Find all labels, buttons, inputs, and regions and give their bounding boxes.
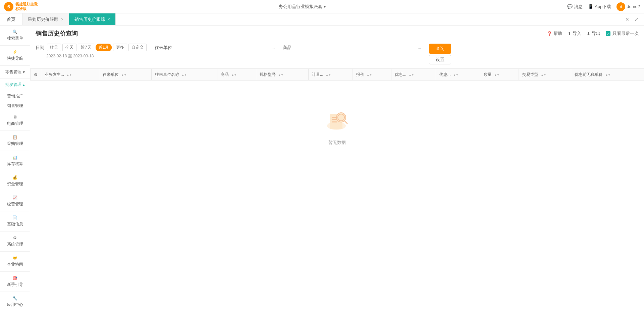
app-center-icon: 🔧 xyxy=(12,296,17,301)
sidebar-item-finance-mgmt[interactable]: 💰 资金管理 xyxy=(0,171,30,191)
filter-area: 日期 昨天 今天 近7天 近1月 更多 自定义 2023-02-18 至 202… xyxy=(30,40,644,69)
empty-text: 暂无数据 xyxy=(328,140,346,146)
sidebar-item-ecommerce-mgmt[interactable]: 🖥 电商管理 xyxy=(0,111,30,131)
sidebar-item-basic-info[interactable]: 📄 基础信息 xyxy=(0,211,30,231)
sidebar: 🔍 搜索菜单 ⚡ 快捷导航 零售管理 ▾ 批发管理 ▴ 营销推广 销售管理 🖥 … xyxy=(0,25,30,310)
export-icon: ⬇ xyxy=(587,31,590,36)
date-btn-today[interactable]: 今天 xyxy=(62,44,76,51)
th-quantity[interactable]: 数量 ▲▼ xyxy=(480,69,519,81)
sidebar-item-purchase-mgmt[interactable]: 📋 采购管理 xyxy=(0,131,30,151)
date-btn-1month[interactable]: 近1月 xyxy=(96,44,112,51)
content-area: 销售历史价查询 ❓ 帮助 ⬆ 导入 ⬇ 导出 ✓ 只看最后一次 xyxy=(30,25,644,310)
date-buttons: 昨天 今天 近7天 近1月 更多 自定义 xyxy=(47,44,147,51)
sidebar-item-operations-mgmt[interactable]: 📈 经营管理 xyxy=(0,191,30,211)
tab-maximize-btn[interactable]: ⤢ xyxy=(633,16,640,23)
svg-line-7 xyxy=(344,121,347,123)
topbar-right: 💬 消息 📱 App下载 d demo2 xyxy=(567,2,640,11)
th-discount1[interactable]: 优惠... ▲▼ xyxy=(391,69,436,81)
tab-purchase-history-close[interactable]: × xyxy=(61,17,63,22)
tab-actions: ✕ ⤢ xyxy=(620,13,644,25)
th-trade-type[interactable]: 交易类型 ▲▼ xyxy=(519,69,571,81)
th-unit[interactable]: 计量... ▲▼ xyxy=(308,69,353,81)
app-selector[interactable]: 办公用品行业模拟账套 ▾ xyxy=(279,4,326,10)
topbar-left: 6 畅捷通好生意 标准版 xyxy=(4,2,38,11)
product-input[interactable] xyxy=(294,44,415,51)
ecommerce-icon: 🖥 xyxy=(13,115,17,119)
date-btn-more[interactable]: 更多 xyxy=(113,44,127,51)
page-title: 销售历史价查询 xyxy=(36,30,78,38)
empty-state: 暂无数据 xyxy=(30,81,644,172)
logo-text: 畅捷通好生意 标准版 xyxy=(15,2,38,11)
message-btn[interactable]: 💬 消息 xyxy=(567,4,583,10)
th-product[interactable]: 商品 ▲▼ xyxy=(217,69,256,81)
date-btn-custom[interactable]: 自定义 xyxy=(128,44,147,51)
basic-info-icon: 📄 xyxy=(12,215,17,220)
sidebar-item-retail-mgmt[interactable]: 零售管理 ▾ xyxy=(0,66,30,79)
tab-sales-history-close[interactable]: × xyxy=(108,17,110,22)
sidebar-item-app-center[interactable]: 🔧 应用中心 xyxy=(0,292,30,310)
th-partner-code[interactable]: 往来单位 ▲▼ xyxy=(99,69,151,81)
tab-home[interactable]: 首页 xyxy=(0,13,22,25)
help-btn[interactable]: ❓ 帮助 xyxy=(547,31,562,37)
th-spec[interactable]: 规格型号 ▲▼ xyxy=(256,69,308,81)
svg-rect-4 xyxy=(332,121,337,122)
sidebar-item-sales-mgmt[interactable]: 销售管理 xyxy=(0,101,30,111)
only-last-toggle[interactable]: ✓ 只看最后一次 xyxy=(606,31,639,37)
tabbar: 首页 采购历史价跟踪 × 销售历史价跟踪 × ✕ ⤢ xyxy=(0,13,644,25)
data-table: ⚙ 业务发生... ▲▼ 往来单位 ▲▼ 往来单位名称 ▲▼ xyxy=(30,69,644,81)
topbar-center: 办公用品行业模拟账套 ▾ xyxy=(279,4,326,10)
partner-input[interactable] xyxy=(175,44,269,51)
page-header: 销售历史价查询 ❓ 帮助 ⬆ 导入 ⬇ 导出 ✓ 只看最后一次 xyxy=(30,25,644,40)
logo-icon: 6 xyxy=(4,2,13,11)
sidebar-item-search-menu[interactable]: 🔍 搜索菜单 xyxy=(0,25,30,46)
purchase-icon: 📋 xyxy=(12,135,17,140)
date-btn-7days[interactable]: 近7天 xyxy=(78,44,94,51)
sort-icon: ▲▼ xyxy=(181,74,187,76)
sidebar-item-system-mgmt[interactable]: ⚙ 系统管理 xyxy=(0,231,30,252)
sort-icon: ▲▼ xyxy=(494,74,499,76)
sidebar-item-wholesale-mgmt[interactable]: 批发管理 ▴ xyxy=(0,79,30,91)
empty-icon xyxy=(324,107,351,134)
app-download-btn[interactable]: 📱 App下载 xyxy=(588,4,611,10)
tab-close-all-btn[interactable]: ✕ xyxy=(624,16,631,23)
search-icon: 🔍 xyxy=(12,30,17,34)
th-discount2[interactable]: 优惠... ▲▼ xyxy=(436,69,480,81)
page-actions: ❓ 帮助 ⬆ 导入 ⬇ 导出 ✓ 只看最后一次 xyxy=(547,31,639,37)
sidebar-item-marketing[interactable]: 营销推广 xyxy=(0,91,30,101)
date-filter-label: 日期 xyxy=(36,45,44,51)
tab-purchase-history[interactable]: 采购历史价跟踪 × xyxy=(22,13,69,25)
settings-button[interactable]: 设置 xyxy=(429,55,451,64)
avatar: d xyxy=(616,2,625,11)
sidebar-item-quick-nav[interactable]: ⚡ 快捷导航 xyxy=(0,46,30,66)
gear-icon[interactable]: ⚙ xyxy=(34,72,38,77)
th-gear[interactable]: ⚙ xyxy=(31,69,41,81)
logo-area: 6 畅捷通好生意 标准版 xyxy=(4,2,38,11)
th-partner-name[interactable]: 往来单位名称 ▲▼ xyxy=(151,69,217,81)
sort-icon: ▲▼ xyxy=(605,74,610,76)
topbar: 6 畅捷通好生意 标准版 办公用品行业模拟账套 ▾ 💬 消息 📱 App下载 d… xyxy=(0,0,644,13)
product-input-dots[interactable]: ... xyxy=(418,45,421,50)
date-btn-yesterday[interactable]: 昨天 xyxy=(47,44,61,51)
partner-input-dots[interactable]: ... xyxy=(271,45,275,50)
sort-icon: ▲▼ xyxy=(66,74,72,76)
only-last-checkbox[interactable]: ✓ xyxy=(606,31,610,36)
th-price[interactable]: 报价 ▲▼ xyxy=(353,69,391,81)
user-menu[interactable]: d demo2 xyxy=(616,2,640,11)
tab-sales-history[interactable]: 销售历史价跟踪 × xyxy=(69,13,116,25)
partner-filter-label: 往来单位 xyxy=(155,45,172,51)
query-button[interactable]: 查询 xyxy=(429,44,451,54)
th-biz-date[interactable]: 业务发生... ▲▼ xyxy=(41,69,99,81)
sort-icon: ▲▼ xyxy=(367,74,372,76)
download-icon: 📱 xyxy=(588,4,593,9)
quick-nav-icon: ⚡ xyxy=(12,50,17,54)
sort-icon: ▲▼ xyxy=(453,74,459,76)
sidebar-item-inventory[interactable]: 📊 库存核算 xyxy=(0,151,30,171)
sort-icon: ▲▼ xyxy=(121,74,126,76)
chevron-down-icon: ▾ xyxy=(23,70,25,74)
help-icon: ❓ xyxy=(547,31,552,36)
sidebar-item-new-guide[interactable]: 🎯 新手引导 xyxy=(0,272,30,292)
import-btn[interactable]: ⬆ 导入 xyxy=(568,31,581,37)
export-btn[interactable]: ⬇ 导出 xyxy=(587,31,600,37)
th-tax-free-price[interactable]: 优惠前无税单价 ▲▼ xyxy=(571,69,644,81)
sidebar-item-enterprise-agreement[interactable]: 🤝 企业协同 xyxy=(0,252,30,272)
